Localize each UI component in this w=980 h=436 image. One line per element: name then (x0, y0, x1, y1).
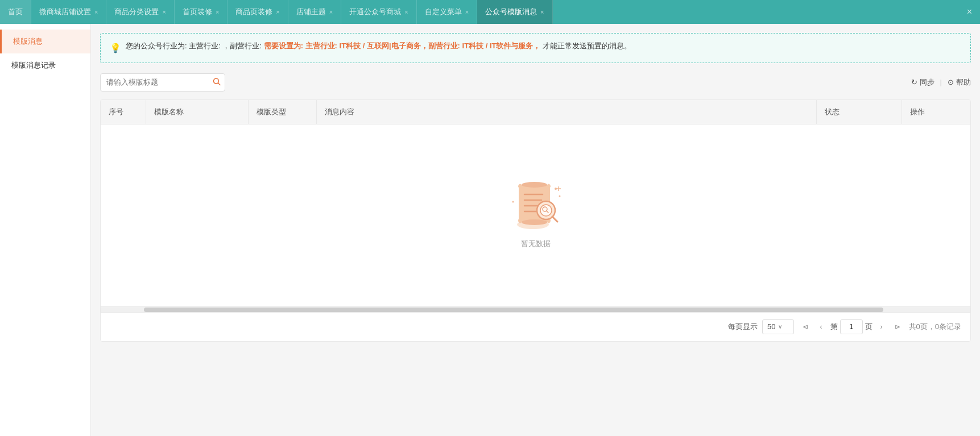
sidebar-item-template-log-label: 模版消息记录 (11, 61, 56, 69)
col-header-index: 序号 (101, 100, 146, 124)
nav-tab-custom-menu-label: 自定义菜单 (425, 7, 462, 17)
col-header-name: 模版名称 (146, 100, 249, 124)
col-header-action: 操作 (902, 100, 970, 124)
close-weshop-tab[interactable]: × (94, 9, 98, 15)
nav-tab-homepage-label: 首页装修 (183, 7, 212, 17)
close-homepage-tab[interactable]: × (216, 9, 219, 15)
col-header-status: 状态 (817, 100, 902, 124)
nav-tab-category[interactable]: 商品分类设置 × (106, 0, 174, 24)
sidebar-item-template-msg-label: 模版消息 (13, 37, 43, 45)
nav-tab-theme-label: 店铺主题 (296, 7, 326, 17)
page-unit: 页 (865, 322, 873, 332)
page-size-select[interactable]: 50 ∨ (762, 319, 793, 334)
search-icon[interactable] (213, 77, 221, 87)
help-label: 帮助 (956, 77, 971, 88)
table-body-empty: 暂无数据 (101, 124, 970, 306)
nav-tab-wechat-shop[interactable]: 开通公众号商城 × (341, 0, 416, 24)
pagination: 每页显示 50 ∨ ⊲ ‹ 第 页 › ⊳ 共0页，0条记录 (101, 312, 970, 341)
svg-point-16 (512, 201, 514, 202)
page-label: 第 (830, 322, 838, 332)
search-input-wrap (100, 73, 225, 92)
close-theme-tab[interactable]: × (329, 9, 333, 15)
nav-tab-homepage[interactable]: 首页装修 × (175, 0, 228, 24)
nav-tab-productpage[interactable]: 商品页装修 × (228, 0, 288, 24)
nav-tab-home[interactable]: 首页 (0, 0, 31, 24)
notice-highlight: 需要设置为: 主营行业: IT科技 / 互联网|电子商务，副营行业: IT科技 … (264, 41, 541, 50)
nav-tab-category-label: 商品分类设置 (114, 7, 159, 17)
empty-illustration (502, 171, 570, 239)
nav-tab-theme[interactable]: 店铺主题 × (288, 0, 341, 24)
sync-label: 同步 (920, 77, 934, 88)
svg-point-4 (522, 219, 547, 225)
notice-text-after: 才能正常发送预置的消息。 (543, 41, 631, 50)
sync-icon: ↻ (911, 78, 917, 86)
svg-point-10 (540, 205, 552, 216)
next-page-button[interactable]: › (875, 320, 888, 334)
nav-tab-template-msg-label: 公众号模版消息 (485, 7, 537, 17)
close-wechat-shop-tab[interactable]: × (404, 9, 408, 15)
select-arrow-icon: ∨ (778, 323, 782, 330)
nav-tab-productpage-label: 商品页装修 (235, 7, 272, 17)
nav-tab-custom-menu[interactable]: 自定义菜单 × (417, 0, 477, 24)
svg-line-1 (218, 83, 221, 85)
close-productpage-tab[interactable]: × (276, 9, 279, 15)
main-layout: 模版消息 模版消息记录 💡 您的公众号行业为: 主营行业: ，副营行业: 需要设… (0, 24, 980, 436)
total-info: 共0页，0条记录 (909, 322, 961, 332)
close-category-tab[interactable]: × (162, 9, 166, 15)
notice-text-before: 您的公众号行业为: 主营行业: ，副营行业: (126, 41, 264, 50)
svg-point-15 (559, 195, 560, 197)
notice-box: 💡 您的公众号行业为: 主营行业: ，副营行业: 需要设置为: 主营行业: IT… (100, 33, 971, 63)
sync-button[interactable]: ↻ 同步 (911, 77, 934, 88)
nav-tab-wechat-shop-label: 开通公众号商城 (349, 7, 401, 17)
toolbar-right: ↻ 同步 | ⊙ 帮助 (911, 77, 971, 88)
col-header-type: 模版类型 (249, 100, 317, 124)
svg-line-11 (552, 217, 557, 222)
svg-point-3 (522, 182, 547, 188)
prev-page-button[interactable]: ‹ (814, 320, 828, 334)
search-bar: ↻ 同步 | ⊙ 帮助 (100, 73, 971, 92)
nav-tab-weshop[interactable]: 微商城店铺设置 × (31, 0, 106, 24)
scrollbar-thumb (144, 308, 883, 312)
horizontal-scrollbar[interactable] (101, 306, 970, 312)
empty-state-text: 暂无数据 (521, 239, 551, 249)
page-size-label: 每页显示 (728, 322, 758, 332)
help-button[interactable]: ⊙ 帮助 (948, 77, 971, 88)
nav-tab-weshop-label: 微商城店铺设置 (39, 7, 91, 17)
sidebar-item-template-log[interactable]: 模版消息记录 (0, 53, 90, 77)
nav-tab-template-msg[interactable]: 公众号模版消息 × (477, 0, 552, 24)
close-all-icon: × (967, 7, 972, 17)
close-template-msg-tab[interactable]: × (540, 9, 544, 15)
last-page-button[interactable]: ⊳ (891, 320, 904, 334)
close-all-tabs-button[interactable]: × (959, 0, 980, 24)
notice-text: 您的公众号行业为: 主营行业: ，副营行业: 需要设置为: 主营行业: IT科技… (126, 40, 631, 52)
table-container: 序号 模版名称 模版类型 消息内容 状态 操作 (100, 99, 971, 342)
notice-bulb-icon: 💡 (110, 41, 121, 56)
toolbar-divider: | (940, 78, 942, 86)
search-input[interactable] (100, 73, 225, 92)
close-custom-menu-tab[interactable]: × (465, 9, 469, 15)
table-header: 序号 模版名称 模版类型 消息内容 状态 操作 (101, 100, 970, 124)
top-nav: 首页 微商城店铺设置 × 商品分类设置 × 首页装修 × 商品页装修 × 店铺主… (0, 0, 980, 24)
page-number-input[interactable] (840, 319, 863, 334)
help-icon: ⊙ (948, 78, 954, 86)
page-size-value: 50 (767, 322, 775, 331)
main-content: 💡 您的公众号行业为: 主营行业: ，副营行业: 需要设置为: 主营行业: IT… (91, 24, 980, 436)
nav-tab-home-label: 首页 (8, 7, 23, 17)
sidebar: 模版消息 模版消息记录 (0, 24, 91, 436)
col-header-content: 消息内容 (317, 100, 817, 124)
first-page-button[interactable]: ⊲ (799, 320, 812, 334)
page-nav: ⊲ ‹ 第 页 › ⊳ (799, 319, 904, 334)
sidebar-item-template-msg[interactable]: 模版消息 (0, 30, 90, 53)
